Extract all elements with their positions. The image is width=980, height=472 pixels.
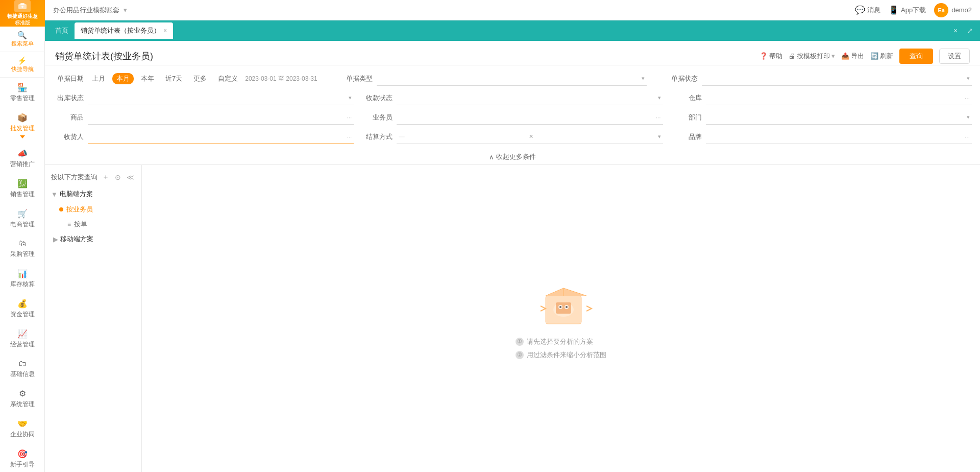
search-menu-btn[interactable]: 🔍 搜索菜单 [0, 27, 45, 52]
goods-label: 商品 [53, 113, 84, 122]
user-profile-btn[interactable]: Ea demo2 [934, 3, 972, 17]
add-scheme-btn[interactable]: ＋ [101, 172, 111, 182]
export-btn[interactable]: 📤 导出 [841, 52, 864, 61]
system-icon: ⚙ [19, 389, 26, 398]
sidebar-item-wholesale[interactable]: 📦 批发管理 [0, 108, 45, 144]
scheme-item-by-order[interactable]: ≡ 按单 [45, 217, 141, 231]
salesperson-input[interactable]: ··· [397, 110, 663, 125]
finance-icon: 💰 [17, 299, 28, 309]
sidebar-item-newbie[interactable]: 🎯 新手引导 [0, 444, 45, 472]
message-icon: 💬 [855, 5, 865, 15]
payment-input[interactable]: ✕ ▾ [397, 130, 663, 144]
dept-input[interactable]: ▾ [706, 110, 972, 125]
warehouse-input[interactable]: ··· [706, 91, 972, 105]
brand-input[interactable]: ··· [706, 130, 972, 144]
ecommerce-icon: 🛒 [17, 209, 28, 219]
tab-home[interactable]: 首页 [49, 22, 75, 39]
tab-close-window-btn[interactable]: × [949, 25, 962, 37]
wholesale-icon: 📦 [17, 113, 28, 123]
scheme-panel-header: 按以下方案查询 ＋ ⊙ ≪ [45, 170, 141, 186]
sidebar-item-enterprise-label: 企业协同 [10, 430, 35, 439]
scheme-group-pc-title[interactable]: ▼ 电脑端方案 [45, 186, 141, 202]
empty-state-hints: ① 请先选择要分析的方案 ② 用过滤条件来缩小分析范围 [516, 337, 606, 360]
tab-maximize-btn[interactable]: ⤢ [964, 25, 976, 37]
tab-close-btn[interactable]: × [163, 27, 167, 34]
date-btn-this-year[interactable]: 本年 [137, 73, 158, 84]
message-label: 消息 [867, 6, 880, 15]
doc-status-input[interactable]: ▾ [702, 72, 972, 86]
message-btn[interactable]: 💬 消息 [855, 5, 880, 15]
app-download-label: App下载 [901, 6, 926, 15]
payment-chevron-icon: ▾ [658, 133, 661, 140]
basic-icon: 🗂 [18, 359, 27, 368]
pc-group-arrow-icon: ▼ [51, 191, 58, 198]
date-btn-this-month[interactable]: 本月 [112, 73, 134, 84]
filter-row-3: 商品 ··· 业务员 ··· 部门 ▾ [53, 110, 972, 125]
sidebar-item-marketing-label: 营销推广 [10, 160, 35, 169]
sidebar-item-operation[interactable]: 📈 经营管理 [0, 324, 45, 354]
recv-status-input[interactable]: ▾ [397, 91, 663, 105]
scheme-panel: 按以下方案查询 ＋ ⊙ ≪ [45, 165, 142, 472]
setting-btn[interactable]: 设置 [939, 49, 970, 64]
hint-num-1: ① [516, 338, 524, 346]
sidebar-item-marketing[interactable]: 📣 营销推广 [0, 144, 45, 174]
collapse-scheme-icon: ≪ [127, 173, 134, 181]
sidebar-item-retail-label: 零售管理 [10, 94, 35, 103]
sidebar-item-finance[interactable]: 💰 资金管理 [0, 294, 45, 324]
salesperson-label: 业务员 [362, 113, 393, 122]
scheme-settings-btn[interactable]: ⊙ [113, 172, 123, 182]
sidebar-item-system[interactable]: ⚙ 系统管理 [0, 384, 45, 414]
hint-item-1: ① 请先选择要分析的方案 [516, 337, 606, 346]
recv-status-label: 收款状态 [362, 93, 393, 103]
query-btn[interactable]: 查询 [899, 49, 933, 64]
svg-point-2 [21, 6, 23, 8]
sidebar-item-purchase[interactable]: 🛍 采购管理 [0, 234, 45, 264]
payment-clear-btn[interactable]: ✕ [529, 133, 533, 140]
warehouse-label: 仓库 [671, 93, 702, 103]
hint-text-1: 请先选择要分析的方案 [527, 337, 593, 346]
workspace-dropdown-icon[interactable]: ▾ [124, 6, 127, 14]
receiver-input[interactable]: ··· [88, 130, 354, 144]
sidebar-item-ecommerce-label: 电商管理 [10, 220, 35, 229]
filter-row-2: 出库状态 ▾ 收款状态 ▾ 仓库 ··· [53, 91, 972, 105]
sidebar-item-wholesale-label: 批发管理 [10, 124, 35, 133]
scheme-item-by-order-label: 按单 [74, 220, 87, 229]
scheme-settings-icon: ⊙ [115, 173, 121, 181]
payment-tag [399, 136, 405, 137]
doc-status-label: 单据状态 [667, 74, 698, 83]
operation-icon: 📈 [17, 329, 28, 339]
out-status-label: 出库状态 [53, 93, 84, 103]
mobile-group-arrow-icon: ▶ [53, 235, 58, 243]
scheme-item-by-salesperson[interactable]: 按业务员 [45, 202, 141, 217]
doc-type-input[interactable]: ▾ [377, 72, 647, 86]
date-btn-7days[interactable]: 近7天 [161, 73, 186, 84]
order-icon: ≡ [67, 221, 71, 228]
collapse-scheme-btn[interactable]: ≪ [125, 172, 135, 182]
scheme-group-mobile[interactable]: ▶ 移动端方案 [45, 231, 141, 247]
recv-status-field-wrap: 收款状态 ▾ [362, 91, 663, 105]
inventory-icon: 📊 [17, 269, 28, 278]
sidebar-item-enterprise[interactable]: 🤝 企业协同 [0, 414, 45, 444]
date-btn-custom[interactable]: 自定义 [214, 73, 242, 84]
date-btn-last-month[interactable]: 上月 [88, 73, 109, 84]
help-btn[interactable]: ❓ 帮助 [760, 52, 782, 61]
dept-chevron-icon: ▾ [967, 114, 970, 121]
collapse-btn[interactable]: ∧ 收起更多条件 [53, 149, 972, 164]
print-btn[interactable]: 🖨 按模板打印 ▾ [789, 52, 835, 61]
shortcut-nav-btn[interactable]: ⚡ 快捷导航 [0, 52, 45, 78]
sidebar-item-ecommerce[interactable]: 🛒 电商管理 [0, 204, 45, 234]
app-download-btn[interactable]: 📱 App下载 [889, 5, 926, 15]
sidebar-item-basic[interactable]: 🗂 基础信息 [0, 354, 45, 384]
sidebar-item-inventory[interactable]: 📊 库存核算 [0, 264, 45, 294]
tab-sales-stat[interactable]: 销货单统计表（按业务员） × [75, 22, 173, 39]
svg-rect-6 [556, 302, 571, 314]
brand-dots-icon: ··· [965, 133, 970, 140]
date-btn-more[interactable]: 更多 [189, 73, 211, 84]
sidebar: 畅捷通好生意 标准版 🔍 搜索菜单 ⚡ 快捷导航 🏪 零售管理 📦 批发管理 📣… [0, 0, 45, 472]
goods-input[interactable]: ··· [88, 110, 354, 125]
refresh-btn[interactable]: 🔄 刷新 [870, 52, 893, 61]
out-status-input[interactable]: ▾ [88, 91, 354, 105]
sidebar-item-retail[interactable]: 🏪 零售管理 [0, 78, 45, 108]
sidebar-item-sales[interactable]: 💹 销售管理 [0, 174, 45, 204]
sales-icon: 💹 [17, 179, 28, 188]
